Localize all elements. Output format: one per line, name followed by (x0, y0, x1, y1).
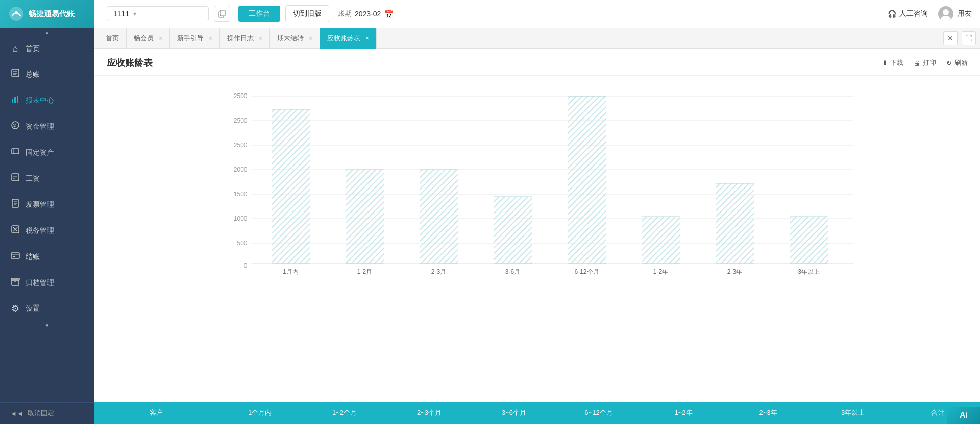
svg-text:1月内: 1月内 (283, 268, 299, 275)
page-title: 应收账龄表 (107, 57, 153, 69)
sidebar-label-checkout: 结账 (26, 252, 40, 262)
svg-rect-3 (220, 10, 225, 16)
col-label-1-2m: 1~2个月 (332, 409, 357, 416)
tab-member-close[interactable]: × (159, 35, 162, 41)
period-label: 账期 (337, 9, 352, 18)
refresh-icon: ↻ (946, 59, 952, 67)
svg-text:1-2月: 1-2月 (357, 268, 372, 275)
workspace-button[interactable]: 工作台 (238, 6, 280, 22)
col-label-1-2y: 1~2年 (674, 409, 692, 416)
col-header-1m: 1个月内 (217, 408, 302, 417)
tab-home[interactable]: 首页 (99, 28, 127, 49)
tab-aging-close[interactable]: × (365, 35, 369, 41)
calendar-icon[interactable]: 📅 (384, 9, 394, 19)
headset-icon: 🎧 (888, 10, 896, 18)
svg-text:500: 500 (237, 240, 247, 247)
print-icon: 🖨 (914, 59, 920, 67)
tab-home-label: 首页 (106, 34, 119, 43)
svg-rect-11 (12, 99, 13, 103)
svg-rect-32 (11, 278, 19, 280)
logo-text: 畅捷通易代账 (29, 9, 75, 19)
sidebar-item-checkout[interactable]: 结账 (0, 244, 94, 270)
svg-rect-53 (346, 170, 384, 264)
svg-text:2500: 2500 (234, 142, 248, 149)
funds-icon: ¥ (10, 121, 20, 132)
sidebar-item-funds[interactable]: ¥ 资金管理 (0, 113, 94, 139)
close-tab-button[interactable]: ✕ (943, 31, 958, 45)
avatar (938, 6, 953, 21)
sidebar-item-settings[interactable]: ⚙ 设置 (0, 296, 94, 321)
tab-guide[interactable]: 新手引导 × (170, 28, 220, 49)
tab-member-label: 畅会员 (134, 34, 154, 43)
sidebar-label-home: 首页 (26, 44, 40, 54)
period-value: 2023-02 (355, 10, 381, 18)
sidebar-item-home[interactable]: ⌂ 首页 (0, 36, 94, 61)
tab-guide-close[interactable]: × (209, 35, 212, 41)
tab-yearend[interactable]: 期末结转 × (270, 28, 320, 49)
col-header-3y: 3年以上 (811, 408, 895, 417)
sidebar-item-assets[interactable]: 固定资产 (0, 139, 94, 166)
user-area[interactable]: 用友 (938, 6, 972, 21)
sidebar-scroll-up[interactable]: ▲ (0, 28, 94, 36)
sidebar-item-archive[interactable]: 归档管理 (0, 270, 94, 296)
sidebar-label-invoice: 发票管理 (26, 200, 54, 209)
sidebar-pin-toggle[interactable]: ◄◄ 取消固定 (0, 402, 94, 424)
tax-icon (10, 225, 20, 237)
switch-version-button[interactable]: 切到旧版 (285, 5, 329, 22)
chart-area: 2500 2500 2500 2000 1500 1000 500 0 (94, 76, 980, 402)
sidebar-item-invoice[interactable]: 发票管理 (0, 192, 94, 218)
fullscreen-button[interactable]: ⛶ (962, 31, 976, 45)
col-label-6-12m: 6~12个月 (584, 409, 612, 416)
tab-actions: ✕ ⛶ (943, 31, 976, 45)
svg-rect-18 (12, 174, 19, 181)
page-actions: ⬇ 下载 🖨 打印 ↻ 刷新 (882, 58, 968, 67)
svg-text:1000: 1000 (234, 215, 248, 222)
copy-button[interactable] (214, 6, 230, 22)
sidebar-label-ledger: 总账 (26, 70, 40, 79)
svg-rect-59 (568, 96, 606, 264)
svg-text:2500: 2500 (234, 117, 248, 124)
svg-text:0: 0 (244, 262, 248, 269)
consulting-button[interactable]: 🎧 人工咨询 (888, 9, 928, 18)
sidebar-item-salary[interactable]: 工资 (0, 166, 94, 192)
salary-icon (10, 173, 20, 184)
svg-text:2000: 2000 (234, 166, 248, 173)
sidebar-label-reports: 报表中心 (26, 96, 54, 105)
svg-text:6-12个月: 6-12个月 (574, 268, 599, 275)
sidebar-label-tax: 税务管理 (26, 226, 54, 235)
sidebar-item-tax[interactable]: 税务管理 (0, 218, 94, 244)
tab-yearend-close[interactable]: × (309, 35, 312, 41)
svg-rect-16 (12, 149, 19, 154)
print-button[interactable]: 🖨 打印 (914, 58, 936, 67)
pin-icon: ◄◄ (10, 410, 23, 417)
svg-text:2500: 2500 (234, 92, 248, 100)
svg-rect-55 (420, 170, 458, 264)
user-name: 用友 (958, 9, 972, 18)
tab-oplog[interactable]: 操作日志 × (220, 28, 270, 49)
svg-text:1500: 1500 (234, 191, 248, 198)
svg-text:3年以上: 3年以上 (798, 268, 820, 275)
svg-rect-28 (11, 253, 19, 258)
download-label: 下载 (890, 58, 903, 67)
assets-icon (10, 147, 20, 158)
tab-oplog-close[interactable]: × (259, 35, 262, 41)
tab-aging[interactable]: 应收账龄表 × (320, 28, 377, 49)
tab-member[interactable]: 畅会员 × (127, 28, 170, 49)
svg-rect-51 (272, 109, 310, 264)
company-name: 1111 (113, 10, 129, 18)
sidebar-item-ledger[interactable]: 总账 (0, 61, 94, 87)
ledger-icon (10, 68, 20, 80)
tab-oplog-label: 操作日志 (227, 34, 254, 43)
table-header-bar: 客户 1个月内 1~2个月 2~3个月 3~6个月 6~12个月 (94, 402, 980, 424)
logo-area: 畅捷通易代账 (0, 0, 94, 28)
download-button[interactable]: ⬇ 下载 (882, 58, 903, 67)
company-selector[interactable]: 1111 ▾ (107, 6, 209, 21)
sidebar-scroll-down[interactable]: ▼ (0, 321, 94, 329)
tab-bar: 首页 畅会员 × 新手引导 × 操作日志 × 期末结转 × 应收账龄表 × (94, 28, 980, 49)
sidebar-item-reports[interactable]: 报表中心 (0, 87, 94, 113)
ai-badge[interactable]: Ai (947, 407, 980, 424)
col-header-2-3y: 2~3年 (726, 408, 811, 417)
col-label-3-6m: 3~6个月 (502, 409, 526, 416)
col-label-3y: 3年以上 (841, 409, 865, 416)
refresh-button[interactable]: ↻ 刷新 (946, 58, 968, 67)
